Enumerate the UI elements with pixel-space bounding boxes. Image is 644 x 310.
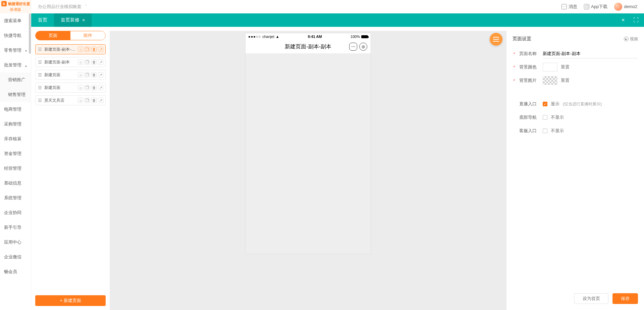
reset-bg-color[interactable]: 重置	[561, 64, 570, 70]
page-item-name: 新建页面-副本	[44, 59, 76, 65]
page-list-item[interactable]: 昊天文具店⌂❐🗑↗	[35, 95, 106, 105]
nav-item[interactable]: 资金管理	[0, 146, 31, 161]
editor-row: 页面 组件 新建页面-副本-副本⌂❐🗑↗新建页面-副本⌂❐🗑↗新建页面⌂❐🗑↗新…	[31, 27, 644, 310]
nav-item[interactable]: 基础信息	[0, 176, 31, 191]
drag-handle-icon[interactable]	[38, 99, 42, 102]
drag-handle-icon[interactable]	[38, 60, 42, 64]
share-icon[interactable]: ↗	[98, 47, 103, 52]
nav-item[interactable]: 采购管理	[0, 117, 31, 132]
account-book-selector[interactable]: 办公用品行业模拟账套 ˅	[31, 4, 94, 10]
nav-item-label: 批发管理	[4, 62, 21, 68]
nav-item[interactable]: 系统管理	[0, 191, 31, 205]
field-bg-color: * 背景颜色 重置	[513, 60, 638, 74]
share-icon[interactable]: ↗	[98, 98, 103, 103]
tab-home[interactable]: 首页	[31, 13, 54, 27]
phone-body[interactable]	[246, 53, 371, 254]
set-home-button[interactable]: 设为首页	[574, 293, 608, 304]
nav-item[interactable]: 零售管理	[0, 43, 31, 58]
live-show-checkbox[interactable]: ✓	[543, 102, 547, 106]
new-page-button[interactable]: + 新建页面	[35, 295, 106, 306]
drag-handle-icon[interactable]	[38, 48, 42, 51]
chevron-up-icon	[25, 63, 27, 68]
delete-icon[interactable]: 🗑	[91, 47, 97, 52]
nav-item[interactable]: 销售管理	[0, 87, 31, 102]
more-icon[interactable]: ⋯	[349, 43, 357, 51]
left-nav: 搜索菜单快捷导航零售管理批发管理营销推广销售管理电商管理采购管理库存核算资金管理…	[0, 13, 31, 310]
drag-handle-icon[interactable]	[38, 86, 42, 89]
nav-item-label: 搜索菜单	[4, 18, 21, 24]
scrollbar[interactable]	[29, 13, 31, 54]
nav-item[interactable]: 企业微信	[0, 250, 31, 264]
nav-item[interactable]: 电商管理	[0, 102, 31, 117]
canvas: ●●●○○ chanjet ▲ 9:41 AM 100% 新建页面-副本	[110, 31, 506, 310]
delete-icon[interactable]: 🗑	[91, 72, 97, 78]
reset-bg-image[interactable]: 重置	[561, 78, 570, 84]
carrier-label: chanjet	[262, 35, 274, 39]
save-button[interactable]: 保存	[612, 293, 638, 304]
nav-item[interactable]: 应用中心	[0, 235, 31, 250]
body-row: 搜索菜单快捷导航零售管理批发管理营销推广销售管理电商管理采购管理库存核算资金管理…	[0, 13, 644, 310]
close-icon[interactable]: ×	[82, 17, 85, 23]
close-all-button[interactable]: ×	[619, 15, 628, 25]
tab-decorate[interactable]: 首页装修 ×	[54, 13, 92, 27]
phone-icon: ▢	[584, 4, 589, 9]
page-name-input[interactable]	[543, 49, 638, 58]
signal-icon: ●●●○○	[248, 35, 261, 39]
phone-statusbar: ●●●○○ chanjet ▲ 9:41 AM 100%	[246, 33, 371, 40]
nav-item[interactable]: 畅会员	[0, 264, 31, 279]
messages-button[interactable]: ⋯ 消息	[561, 4, 577, 10]
menu-fab[interactable]	[490, 33, 502, 46]
bg-image-swatch[interactable]	[543, 76, 557, 85]
copy-icon[interactable]: ❐	[85, 59, 90, 65]
nav-item[interactable]: 经营管理	[0, 161, 31, 176]
target-icon[interactable]: ◎	[359, 43, 367, 51]
subtab-page[interactable]: 页面	[36, 31, 70, 40]
copy-icon[interactable]: ❐	[85, 98, 90, 103]
logo[interactable]: b 畅捷通好生意 标准版	[0, 0, 31, 13]
chat-icon: ⋯	[561, 4, 567, 9]
service-checkbox[interactable]	[543, 128, 547, 133]
page-list: 新建页面-副本-副本⌂❐🗑↗新建页面-副本⌂❐🗑↗新建页面⌂❐🗑↗新建页面⌂❐🗑…	[35, 44, 106, 105]
nav-item[interactable]: 快捷导航	[0, 28, 31, 43]
nav-item[interactable]: 搜索菜单	[0, 13, 31, 28]
nav-item[interactable]: 批发管理	[0, 58, 31, 72]
user-menu[interactable]: demo2	[614, 3, 637, 11]
fullscreen-icon[interactable]: ⛶	[631, 15, 641, 25]
app-root: b 畅捷通好生意 标准版 办公用品行业模拟账套 ˅ ⋯ 消息 ▢ App下载 d…	[0, 0, 644, 310]
nav-item[interactable]: 企业协同	[0, 205, 31, 220]
video-help-link[interactable]: ▶ 视频	[624, 36, 638, 42]
page-list-item[interactable]: 新建页面-副本⌂❐🗑↗	[35, 57, 106, 67]
nav-item[interactable]: 营销推广	[0, 72, 31, 87]
home-icon[interactable]: ⌂	[78, 72, 83, 78]
page-list-item[interactable]: 新建页面⌂❐🗑↗	[35, 83, 106, 93]
nav-item-label: 零售管理	[4, 47, 21, 53]
delete-icon[interactable]: 🗑	[91, 98, 97, 103]
page-list-item[interactable]: 新建页面⌂❐🗑↗	[35, 70, 106, 80]
copy-icon[interactable]: ❐	[85, 72, 90, 78]
home-icon[interactable]: ⌂	[78, 85, 83, 90]
nav-item-label: 畅会员	[4, 269, 17, 275]
page-item-name: 新建页面-副本-副本	[44, 47, 76, 52]
share-icon[interactable]: ↗	[98, 72, 103, 78]
delete-icon[interactable]: 🗑	[91, 59, 97, 65]
settings-title: 页面设置	[513, 36, 531, 42]
edition-label: 标准版	[10, 7, 21, 12]
home-icon[interactable]: ⌂	[78, 59, 83, 65]
copy-icon[interactable]: ❐	[85, 85, 90, 90]
nav-item[interactable]: 新手引导	[0, 220, 31, 235]
bg-color-swatch[interactable]	[543, 63, 557, 71]
delete-icon[interactable]: 🗑	[91, 85, 97, 90]
drag-handle-icon[interactable]	[38, 73, 42, 76]
subtabs: 页面 组件	[35, 31, 106, 40]
play-icon: ▶	[624, 37, 629, 41]
share-icon[interactable]: ↗	[98, 85, 103, 90]
home-icon[interactable]: ⌂	[78, 98, 83, 103]
subtab-component[interactable]: 组件	[70, 31, 105, 40]
nav-item[interactable]: 库存核算	[0, 132, 31, 146]
share-icon[interactable]: ↗	[98, 59, 103, 65]
bottom-nav-checkbox[interactable]	[543, 115, 547, 120]
page-list-item[interactable]: 新建页面-副本-副本⌂❐🗑↗	[35, 44, 106, 54]
home-icon[interactable]: ⌂	[78, 47, 83, 52]
copy-icon[interactable]: ❐	[85, 47, 90, 52]
app-download-button[interactable]: ▢ App下载	[584, 4, 607, 10]
